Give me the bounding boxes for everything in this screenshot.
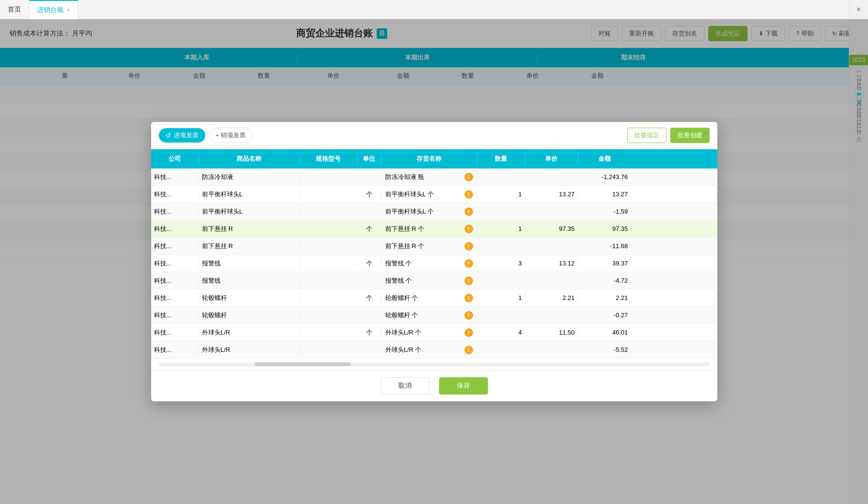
td-company: 科技...	[151, 257, 199, 270]
top-nav: 首页 进销台账 × ×	[0, 0, 868, 19]
warning-icon: !	[464, 294, 473, 302]
td-amount: -0.27	[578, 310, 631, 321]
modal-dialog: ↺ 进项发票 ▪ 销项发票 批量指定 批量创建 ✕	[151, 122, 717, 401]
scrollbar-thumb[interactable]	[255, 362, 351, 366]
modal-actions: 批量指定 批量创建	[627, 128, 710, 143]
td-qty: 3	[477, 258, 525, 269]
modal-footer: 取消 保存	[151, 370, 717, 401]
warning-icon: !	[464, 259, 473, 268]
td-company: 科技...	[151, 292, 199, 304]
warning-icon: !	[464, 190, 473, 199]
td-price: 13.27	[525, 189, 578, 200]
td-price	[525, 175, 578, 179]
td-spec	[300, 210, 357, 214]
td-qty	[477, 244, 525, 248]
td-amount: -5.52	[578, 344, 631, 355]
td-unit	[357, 348, 381, 352]
th-spec: 规格型号	[300, 155, 357, 163]
td-product: 轮毂螺杆	[199, 292, 300, 304]
td-qty	[477, 348, 525, 352]
td-unit	[357, 210, 381, 214]
td-stock: 防冻冷却液 瓶 !	[381, 173, 477, 181]
stock-name-text: 报警线 个	[385, 276, 412, 285]
td-product: 报警线	[199, 257, 300, 270]
td-stock: 前平衡杆球头L 个 !	[381, 190, 477, 199]
th-unit: 单位	[357, 155, 381, 163]
td-unit	[357, 244, 381, 248]
table-row: 科技... 防冻冷却液 防冻冷却液 瓶 ! -1,243.76	[151, 168, 717, 186]
td-product: 报警线	[199, 275, 300, 287]
modal-table: 公司 商品名称 规格型号 单位 存货名称 数量 单价 金额 科技... 防冻冷却…	[151, 149, 717, 359]
td-qty: 1	[477, 292, 525, 303]
horizontal-scrollbar[interactable]	[159, 362, 710, 366]
td-spec	[300, 227, 357, 231]
td-stock: 轮毂螺杆 个 !	[381, 311, 477, 320]
stock-name-text: 轮毂螺杆 个	[385, 311, 418, 320]
batch-create-label: 批量创建	[678, 132, 702, 139]
td-price: 11.50	[525, 327, 578, 338]
td-stock: 前下悬挂 R 个 !	[381, 225, 477, 233]
td-product: 前平衡杆球头L	[199, 188, 300, 201]
warning-icon: !	[464, 225, 473, 233]
nav-tab-ledger[interactable]: 进销台账 ×	[29, 0, 78, 19]
td-amount: -11.68	[578, 240, 631, 252]
table-row: 科技... 前平衡杆球头L 前平衡杆球头L 个 ! -1.59	[151, 203, 717, 220]
outgoing-tab-icon: ▪	[216, 132, 218, 139]
td-qty	[477, 210, 525, 214]
td-spec	[300, 348, 357, 352]
warning-icon: !	[464, 173, 473, 181]
td-price: 2.21	[525, 292, 578, 303]
incoming-invoice-tab[interactable]: ↺ 进项发票	[159, 128, 205, 143]
outgoing-invoice-tab[interactable]: ▪ 销项发票	[209, 128, 253, 143]
td-qty: 1	[477, 189, 525, 200]
nav-tab-home[interactable]: 首页	[0, 0, 29, 19]
th-price: 单价	[525, 155, 578, 163]
td-amount: -4.72	[578, 275, 631, 286]
td-product: 轮毂螺杆	[199, 309, 300, 322]
table-row: 科技... 前下悬挂 R 个 前下悬挂 R 个 ! 1 97.35 97.35	[151, 220, 717, 238]
save-button[interactable]: 保存	[439, 377, 488, 395]
th-product: 商品名称	[199, 155, 300, 163]
td-unit: 个	[357, 326, 381, 339]
td-stock: 前下悬挂 R 个 !	[381, 242, 477, 251]
table-body: 科技... 防冻冷却液 防冻冷却液 瓶 ! -1,243.76 科技... 前平…	[151, 168, 717, 359]
horizontal-scrollbar-container[interactable]	[151, 359, 717, 370]
stock-name-text: 前下悬挂 R 个	[385, 242, 425, 251]
td-company: 科技...	[151, 223, 199, 235]
table-header-row: 公司 商品名称 规格型号 单位 存货名称 数量 单价 金额	[151, 149, 717, 168]
close-all-button[interactable]: ×	[849, 0, 868, 19]
warning-icon: !	[464, 276, 473, 285]
incoming-tab-label: 进项发票	[174, 131, 199, 140]
stock-name-text: 前平衡杆球头L 个	[385, 190, 434, 199]
td-stock: 报警线 个 !	[381, 259, 477, 268]
td-stock: 报警线 个 !	[381, 276, 477, 285]
table-row: 科技... 报警线 个 报警线 个 ! 3 13.12 39.37	[151, 255, 717, 272]
batch-assign-label: 批量指定	[634, 132, 659, 139]
td-spec	[300, 175, 357, 179]
td-unit	[357, 279, 381, 283]
td-amount: -1,243.76	[578, 171, 631, 182]
batch-assign-button[interactable]: 批量指定	[627, 128, 666, 143]
td-price: 97.35	[525, 223, 578, 234]
td-spec	[300, 331, 357, 335]
outgoing-tab-label: 销项发票	[221, 131, 246, 140]
th-amount: 金额	[578, 155, 631, 163]
table-row: 科技... 外球头L/R 个 外球头L/R 个 ! 4 11.50 46.01	[151, 324, 717, 341]
close-x-icon: ✕	[702, 128, 709, 137]
td-product: 前下悬挂 R	[199, 223, 300, 235]
stock-name-text: 前平衡杆球头L 个	[385, 207, 434, 216]
modal-close-button[interactable]: ✕	[700, 127, 712, 138]
stock-name-text: 防冻冷却液 瓶	[385, 173, 425, 181]
td-spec	[300, 244, 357, 248]
td-price	[525, 348, 578, 352]
td-qty: 4	[477, 327, 525, 338]
cancel-button[interactable]: 取消	[380, 377, 429, 395]
td-company: 科技...	[151, 275, 199, 287]
td-qty	[477, 175, 525, 179]
home-tab-label: 首页	[8, 5, 21, 14]
table-row: 科技... 外球头L/R 外球头L/R 个 ! -5.52	[151, 341, 717, 359]
ledger-tab-label: 进销台账	[37, 6, 64, 14]
stock-name-text: 轮毂螺杆 个	[385, 294, 418, 302]
td-unit	[357, 313, 381, 317]
tab-close-icon[interactable]: ×	[67, 7, 70, 13]
